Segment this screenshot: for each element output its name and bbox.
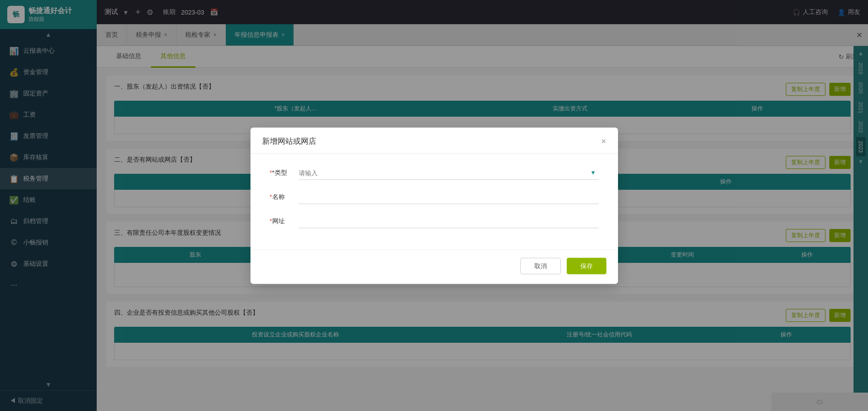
modal-footer: 取消 保存: [250, 249, 618, 284]
url-field: [299, 215, 599, 228]
save-button[interactable]: 保存: [567, 258, 606, 274]
modal-add-website: 新增网站或网店 × **类型 ▾ *名称 *网址: [250, 127, 618, 284]
modal-body: **类型 ▾ *名称 *网址: [250, 153, 618, 249]
type-field: ▾: [299, 167, 599, 180]
name-label: *名称: [270, 192, 299, 204]
modal-close-button[interactable]: ×: [601, 136, 606, 146]
name-input[interactable]: [299, 191, 599, 204]
url-input[interactable]: [299, 215, 599, 228]
cancel-button[interactable]: 取消: [520, 258, 561, 274]
form-row-name: *名称: [270, 191, 599, 204]
type-label: **类型: [270, 168, 299, 180]
modal-header: 新增网站或网店 ×: [250, 127, 618, 153]
url-label: *网址: [270, 216, 299, 228]
form-row-type: **类型 ▾: [270, 167, 599, 180]
type-input[interactable]: [299, 167, 599, 180]
modal-title: 新增网站或网店: [262, 136, 316, 146]
name-field: [299, 191, 599, 204]
form-row-url: *网址: [270, 215, 599, 228]
